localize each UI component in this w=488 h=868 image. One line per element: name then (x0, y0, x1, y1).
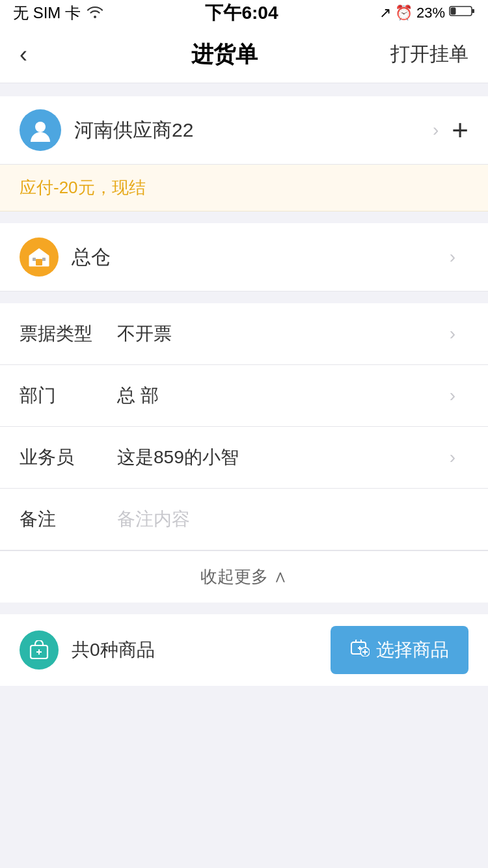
add-supplier-button[interactable]: + (452, 116, 468, 144)
select-product-label: 选择商品 (376, 638, 449, 662)
dept-row[interactable]: 部门 总 部 › (0, 365, 488, 427)
section-gap-top (0, 83, 488, 96)
wifi-icon (86, 4, 104, 22)
remark-input[interactable]: 备注内容 (111, 507, 468, 532)
select-product-icon (350, 640, 370, 661)
battery-icon (449, 5, 475, 21)
supplier-alert: 应付-20元，现结 (0, 165, 488, 211)
sales-value: 这是859的小智 (111, 445, 450, 470)
collapse-label: 收起更多 ∧ (200, 565, 287, 588)
status-right: ↗ ⏰ 23% (379, 5, 475, 21)
status-left: 无 SIM 卡 (13, 3, 104, 23)
warehouse-row[interactable]: 总仓 › (0, 223, 488, 292)
supplier-avatar (20, 109, 61, 151)
dept-chevron-icon: › (450, 385, 455, 406)
invoice-label: 票据类型 (20, 321, 111, 346)
dept-label: 部门 (20, 383, 111, 408)
nav-bar: ‹ 进货单 打开挂单 (0, 26, 488, 83)
battery-label: 23% (416, 5, 445, 21)
invoice-row[interactable]: 票据类型 不开票 › (0, 303, 488, 365)
section-gap-1 (0, 211, 488, 223)
dept-value: 总 部 (111, 383, 450, 408)
supplier-chevron-icon: › (433, 120, 439, 141)
svg-point-3 (35, 122, 46, 132)
invoice-chevron-icon: › (450, 323, 455, 344)
open-pending-button[interactable]: 打开挂单 (390, 41, 468, 68)
location-icon: ↗ (379, 5, 391, 21)
supplier-name: 河南供应商22 (74, 117, 433, 144)
empty-area (0, 686, 488, 868)
supplier-card: 河南供应商22 › + 应付-20元，现结 (0, 96, 488, 211)
collapse-button[interactable]: 收起更多 ∧ (0, 550, 488, 603)
warehouse-chevron-icon: › (450, 247, 455, 267)
supplier-row[interactable]: 河南供应商22 › + (0, 96, 488, 165)
product-bar: 共0种商品 选择商品 (0, 614, 488, 686)
select-product-button[interactable]: 选择商品 (331, 626, 468, 674)
warehouse-icon (20, 237, 59, 277)
page-title: 进货单 (191, 40, 258, 70)
warehouse-name: 总仓 (72, 244, 450, 271)
svg-rect-6 (42, 258, 46, 261)
invoice-value: 不开票 (111, 321, 450, 346)
remark-row[interactable]: 备注 备注内容 (0, 489, 488, 550)
svg-rect-4 (36, 259, 42, 265)
sales-label: 业务员 (20, 445, 111, 470)
remark-label: 备注 (20, 507, 111, 532)
form-card: 票据类型 不开票 › 部门 总 部 › 业务员 这是859的小智 › 备注 备注… (0, 303, 488, 603)
warehouse-card: 总仓 › (0, 223, 488, 292)
back-button[interactable]: ‹ (20, 41, 59, 68)
status-time: 下午6:04 (205, 1, 278, 25)
svg-rect-1 (472, 9, 474, 13)
status-bar: 无 SIM 卡 下午6:04 ↗ ⏰ 23% (0, 0, 488, 26)
sales-chevron-icon: › (450, 447, 455, 468)
alarm-icon: ⏰ (395, 5, 413, 21)
no-sim-label: 无 SIM 卡 (13, 3, 81, 23)
product-count: 共0种商品 (72, 638, 331, 662)
sales-row[interactable]: 业务员 这是859的小智 › (0, 427, 488, 489)
product-icon (20, 631, 59, 670)
svg-rect-2 (450, 8, 455, 15)
bottom-gap (0, 603, 488, 614)
svg-rect-5 (33, 258, 36, 261)
section-gap-2 (0, 292, 488, 303)
